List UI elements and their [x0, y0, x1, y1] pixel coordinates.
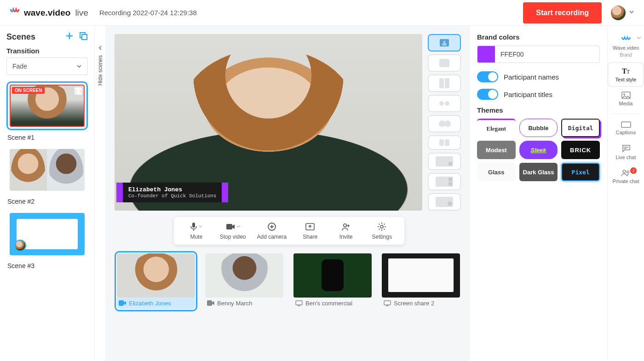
controls-bar: Mute Stop video Add camera Share [174, 217, 404, 245]
rail-private-chat[interactable]: 2 Private chat [608, 165, 644, 189]
brand-color-value: FFEF00 [495, 51, 529, 58]
add-scene-icon[interactable] [65, 31, 74, 42]
hide-scenes-strip[interactable]: Hide scenes [94, 26, 106, 361]
participant-card-1[interactable]: Elizabeth Jones [115, 251, 197, 311]
layout-single[interactable] [428, 34, 461, 52]
svg-rect-23 [621, 122, 631, 127]
layout-single-zoom[interactable] [428, 54, 461, 72]
svg-point-25 [627, 171, 629, 173]
layout-fullscreen[interactable] [428, 153, 461, 170]
share-button[interactable]: Share [298, 222, 322, 240]
chat-icon [621, 144, 631, 153]
camera-icon [119, 300, 126, 306]
participant-card-2[interactable]: Benny March [203, 251, 286, 311]
svg-point-7 [439, 120, 445, 127]
scene-card-1[interactable]: ON SCREEN ⋮⋮ [6, 81, 88, 130]
brand-colors-heading: Brand colors [477, 33, 600, 41]
svg-text:T: T [627, 69, 630, 75]
rail-brand[interactable]: Wave.video Brand [608, 31, 644, 62]
user-avatar[interactable] [611, 6, 626, 20]
layout-split[interactable] [428, 74, 461, 92]
lower-third-title: Co-founder of Quick Solutions [128, 193, 216, 199]
invite-icon [341, 223, 351, 231]
participant-card-4[interactable]: Screen share 2 [380, 251, 462, 311]
right-rail: Wave.video Brand TT Text style Media Cap… [607, 26, 644, 361]
theme-pixel[interactable]: Pixel [561, 163, 600, 181]
rail-text-style[interactable]: TT Text style [608, 62, 644, 87]
scene-card-3[interactable] [6, 210, 88, 258]
theme-digital[interactable]: Digital [561, 119, 600, 137]
start-recording-button[interactable]: Start recording [523, 2, 602, 23]
pip-avatar-icon [14, 240, 26, 252]
image-icon [621, 92, 631, 99]
transition-label: Transition [6, 47, 88, 55]
color-swatch[interactable] [477, 46, 495, 63]
scene-thumb-1: ON SCREEN ⋮⋮ [10, 85, 85, 127]
svg-rect-9 [192, 223, 195, 228]
participant-names-label: Participant names [504, 73, 559, 81]
logo-live-suffix: live [75, 8, 88, 18]
brand-color-input[interactable]: FFEF00 [477, 46, 600, 63]
theme-dark-glass[interactable]: Dark Glass [519, 163, 558, 181]
theme-sleek[interactable]: Sleek [519, 141, 558, 159]
wave-logo-icon [621, 36, 631, 43]
rail-captions[interactable]: Captions [608, 117, 644, 140]
svg-rect-17 [296, 301, 302, 305]
svg-point-24 [623, 170, 626, 173]
layout-strip[interactable] [428, 135, 461, 150]
scene-name-1: Scene #1 [6, 132, 88, 146]
layout-pip-circle[interactable] [428, 115, 461, 132]
svg-point-22 [623, 93, 625, 95]
participant-titles-toggle[interactable] [477, 89, 498, 100]
scenes-heading: Scenes [6, 32, 35, 42]
logo-text: wave.video [24, 8, 70, 18]
svg-point-8 [444, 120, 451, 127]
duplicate-scene-icon[interactable] [79, 31, 88, 42]
add-camera-button[interactable]: Add camera [257, 222, 287, 240]
scenes-panel: Scenes Transition Fade ON SCREEN ⋮⋮ Scen… [0, 26, 94, 361]
camera-icon [226, 223, 235, 230]
layout-3up[interactable] [428, 95, 461, 112]
theme-modest[interactable]: Modest [477, 141, 516, 159]
plus-circle-icon [267, 222, 276, 231]
participant-titles-label: Participant titles [504, 91, 552, 98]
logo[interactable]: wave.video live [9, 7, 88, 18]
svg-rect-1 [82, 34, 87, 40]
participant-card-3[interactable]: Ben's commercial [291, 251, 374, 311]
drag-handle-icon[interactable]: ⋮⋮ [75, 87, 82, 95]
lower-third: Elizabeth Jones Co-founder of Quick Solu… [116, 183, 228, 202]
theme-glass[interactable]: Glass [477, 163, 516, 181]
invite-button[interactable]: Invite [334, 222, 358, 240]
svg-rect-10 [226, 224, 232, 229]
settings-panel: Brand colors FFEF00 Participant names Pa… [469, 26, 607, 361]
layout-two-quarter[interactable] [428, 173, 461, 190]
chevron-down-icon [637, 36, 641, 40]
settings-button[interactable]: Settings [369, 222, 394, 240]
chevron-down-icon [76, 63, 82, 69]
theme-brick[interactable]: BRICK [561, 141, 600, 159]
theme-bubble[interactable]: Bubble [519, 119, 558, 137]
private-chat-badge: 2 [630, 167, 637, 174]
wave-logo-icon [9, 7, 21, 18]
stop-video-button[interactable]: Stop video [220, 222, 246, 240]
scene-thumb-3 [10, 213, 85, 255]
page-title: Recording 2022-07-24 12:29:38 [99, 9, 197, 17]
transition-select[interactable]: Fade [6, 57, 88, 75]
participant-names-toggle[interactable] [477, 71, 498, 82]
hide-scenes-label: Hide scenes [97, 55, 104, 86]
theme-elegant[interactable]: Elegant [477, 119, 516, 137]
rail-media[interactable]: Media [608, 87, 644, 111]
scene-name-3: Scene #3 [6, 260, 88, 274]
rail-live-chat[interactable]: Live chat [608, 140, 644, 165]
chevron-left-icon [98, 45, 103, 51]
svg-point-14 [380, 225, 383, 228]
layout-pip-bottom[interactable] [428, 193, 461, 211]
mic-icon [190, 222, 197, 231]
user-menu-chevron-icon[interactable] [628, 9, 635, 17]
people-icon [621, 169, 631, 177]
svg-rect-15 [119, 300, 124, 306]
svg-rect-16 [207, 300, 212, 306]
text-icon: TT [621, 67, 631, 75]
scene-card-2[interactable] [6, 146, 88, 195]
mute-button[interactable]: Mute [184, 222, 209, 240]
